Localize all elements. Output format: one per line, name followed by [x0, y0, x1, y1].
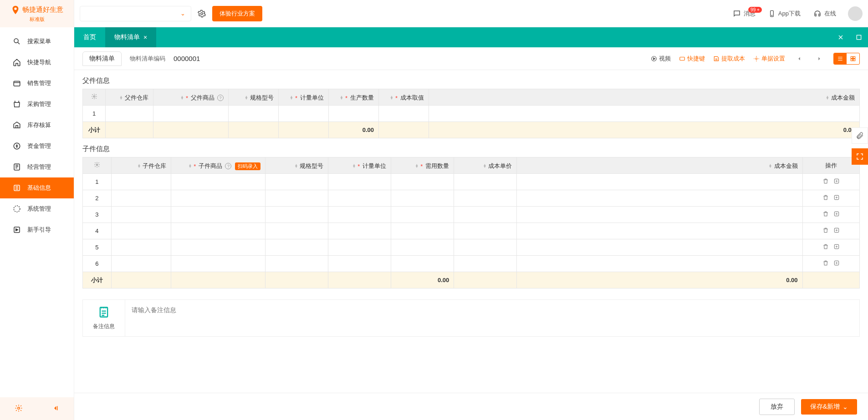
- nav-item-quicknav[interactable]: 快捷导航: [0, 52, 74, 73]
- cell-child-warehouse[interactable]: [111, 190, 171, 207]
- app-download-link[interactable]: App下载: [764, 10, 805, 18]
- delete-row-icon[interactable]: [822, 260, 829, 268]
- discard-button[interactable]: 放弃: [759, 399, 795, 415]
- col-parent-amount[interactable]: ▲▼成本金额: [429, 89, 860, 106]
- cell-child-warehouse[interactable]: [111, 239, 171, 256]
- cell-child-unit-cost[interactable]: [454, 239, 517, 256]
- cell-child-warehouse[interactable]: [111, 174, 171, 190]
- cell-child-warehouse[interactable]: [111, 207, 171, 223]
- add-row-icon[interactable]: [833, 194, 840, 202]
- nav-item-system[interactable]: 系统管理: [0, 198, 74, 219]
- cell-child-spec[interactable]: [266, 239, 328, 256]
- tabs-more-button[interactable]: [850, 27, 868, 47]
- cell-child-unit-cost[interactable]: [454, 223, 517, 239]
- help-icon[interactable]: ?: [217, 95, 224, 101]
- nav-item-money[interactable]: 资金管理: [0, 136, 74, 157]
- save-and-new-button[interactable]: 保存&新增 ⌄: [801, 399, 857, 415]
- add-row-icon[interactable]: [833, 178, 840, 186]
- prev-record-button[interactable]: [793, 53, 805, 65]
- doc-setting-link[interactable]: 单据设置: [753, 55, 785, 63]
- col-parent-qty[interactable]: ▲▼*生产数量: [329, 89, 379, 106]
- cell-child-amount[interactable]: [517, 174, 802, 190]
- tab-close-icon[interactable]: ×: [143, 34, 147, 41]
- cell-child-qty[interactable]: [391, 190, 454, 207]
- fullscreen-button[interactable]: [852, 148, 868, 165]
- add-row-icon[interactable]: [833, 260, 840, 268]
- cell-child-product[interactable]: [171, 174, 266, 190]
- cta-industry-button[interactable]: 体验行业方案: [212, 6, 262, 21]
- shortcut-link[interactable]: 快捷键: [679, 55, 705, 63]
- add-row-icon[interactable]: [833, 211, 840, 218]
- cell-child-product[interactable]: [171, 223, 266, 239]
- delete-row-icon[interactable]: [822, 227, 829, 235]
- next-record-button[interactable]: [813, 53, 825, 65]
- tab-home[interactable]: 首页: [74, 27, 105, 47]
- attachment-button[interactable]: [852, 127, 868, 144]
- scan-entry-tag[interactable]: 扫码录入: [235, 162, 260, 170]
- cell-child-qty[interactable]: [391, 223, 454, 239]
- view-card-button[interactable]: [847, 53, 859, 64]
- avatar[interactable]: [848, 6, 863, 21]
- cell-child-amount[interactable]: [517, 239, 802, 256]
- nav-item-guide[interactable]: 新手引导: [0, 219, 74, 240]
- cell-child-qty[interactable]: [391, 207, 454, 223]
- cell-child-qty[interactable]: [391, 239, 454, 256]
- online-support-link[interactable]: 在线: [809, 10, 841, 18]
- cell-child-product[interactable]: [171, 239, 266, 256]
- col-parent-cost-method[interactable]: ▲▼*成本取值: [379, 89, 429, 106]
- cell-parent-warehouse[interactable]: [106, 106, 153, 122]
- child-row[interactable]: 4: [83, 223, 860, 239]
- cell-child-unit[interactable]: [328, 256, 391, 272]
- parent-row[interactable]: 1: [83, 106, 860, 122]
- tab-bom[interactable]: 物料清单 ×: [105, 27, 156, 47]
- nav-item-baseinfo[interactable]: 基础信息: [0, 177, 74, 198]
- tabs-close-all-button[interactable]: [832, 27, 850, 47]
- col-child-unit-cost[interactable]: ▲▼成本单价: [454, 157, 517, 174]
- view-list-button[interactable]: [834, 53, 847, 64]
- settings-icon[interactable]: [15, 404, 23, 414]
- col-child-amount[interactable]: ▲▼成本金额: [517, 157, 802, 174]
- col-child-qty[interactable]: ▲▼*需用数量: [391, 157, 454, 174]
- add-row-icon[interactable]: [833, 227, 840, 235]
- help-icon[interactable]: ?: [225, 163, 231, 169]
- collapse-icon[interactable]: [51, 404, 60, 414]
- col-child-warehouse[interactable]: ▲▼子件仓库: [111, 157, 171, 174]
- cell-child-unit-cost[interactable]: [454, 190, 517, 207]
- cell-child-unit-cost[interactable]: [454, 174, 517, 190]
- cell-child-unit[interactable]: [328, 207, 391, 223]
- cell-child-amount[interactable]: [517, 223, 802, 239]
- cell-parent-spec[interactable]: [229, 106, 279, 122]
- nav-item-biz[interactable]: 经营管理: [0, 157, 74, 177]
- topbar-settings-button[interactable]: [195, 7, 209, 20]
- cell-child-warehouse[interactable]: [111, 223, 171, 239]
- child-row[interactable]: 6: [83, 256, 860, 272]
- delete-row-icon[interactable]: [822, 243, 829, 251]
- cell-child-product[interactable]: [171, 207, 266, 223]
- company-selector[interactable]: ⌄: [80, 6, 191, 21]
- cell-child-amount[interactable]: [517, 190, 802, 207]
- messages-link[interactable]: 消息 99 +: [728, 10, 760, 18]
- cell-child-product[interactable]: [171, 190, 266, 207]
- cell-parent-amount[interactable]: [429, 106, 860, 122]
- col-parent-unit[interactable]: ▲▼*计量单位: [279, 89, 329, 106]
- cell-parent-product[interactable]: [153, 106, 229, 122]
- cell-child-unit[interactable]: [328, 190, 391, 207]
- cell-child-warehouse[interactable]: [111, 256, 171, 272]
- col-child-spec[interactable]: ▲▼规格型号: [266, 157, 328, 174]
- col-parent-warehouse[interactable]: ▲▼父件仓库: [106, 89, 153, 106]
- cell-child-qty[interactable]: [391, 256, 454, 272]
- gear-icon[interactable]: [91, 94, 97, 101]
- cell-child-product[interactable]: [171, 256, 266, 272]
- cell-child-spec[interactable]: [266, 256, 328, 272]
- cell-child-unit[interactable]: [328, 174, 391, 190]
- add-row-icon[interactable]: [833, 243, 840, 251]
- child-row[interactable]: 3: [83, 207, 860, 223]
- cell-child-qty[interactable]: [391, 174, 454, 190]
- cell-child-spec[interactable]: [266, 190, 328, 207]
- col-child-unit[interactable]: ▲▼*计量单位: [328, 157, 391, 174]
- col-parent-product[interactable]: ▲▼*父件商品?: [153, 89, 229, 106]
- nav-item-purchase[interactable]: 采购管理: [0, 94, 74, 115]
- cell-child-amount[interactable]: [517, 207, 802, 223]
- cell-child-spec[interactable]: [266, 174, 328, 190]
- cell-child-spec[interactable]: [266, 207, 328, 223]
